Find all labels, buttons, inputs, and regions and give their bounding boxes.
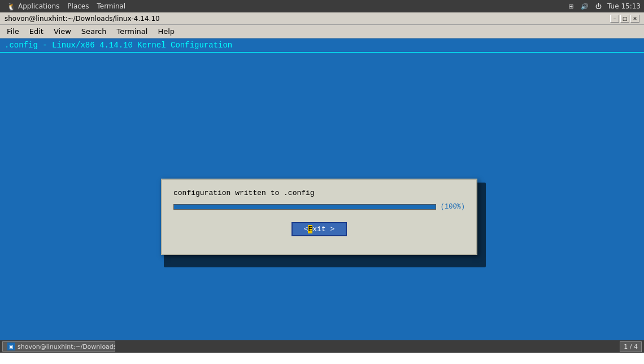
terminal-label: Terminal <box>97 2 125 10</box>
system-bar: 🐧 Applications Places Terminal ⊞ 🔊 ⏻ Tue… <box>0 0 644 12</box>
progress-percent: (100%) <box>441 203 465 211</box>
minimize-button[interactable]: – <box>610 15 619 23</box>
places-menu[interactable]: Places <box>64 0 92 12</box>
terminal-area: .config - Linux/x86 4.14.10 Kernel Confi… <box>0 38 644 353</box>
dialog-box: configuration written to .config (100%) … <box>161 179 477 255</box>
taskbar-item-label: shovon@linuxhint:~/Downloads/linu... <box>18 343 115 350</box>
terminal-title-text: .config - Linux/x86 4.14.10 Kernel Confi… <box>5 41 232 50</box>
menu-terminal[interactable]: Terminal <box>112 26 152 37</box>
close-icon: ✕ <box>633 16 637 21</box>
progress-bar <box>173 204 436 210</box>
system-bar-left: 🐧 Applications Places Terminal <box>3 0 129 12</box>
exit-button-prefix: < <box>304 225 308 233</box>
menu-search[interactable]: Search <box>77 26 111 37</box>
window-title: shovon@linuxhint:~/Downloads/linux-4.14.… <box>5 15 160 23</box>
menu-edit[interactable]: Edit <box>25 26 48 37</box>
system-icon: 🐧 <box>7 2 16 11</box>
taskbar-right: 1 / 4 <box>620 343 642 350</box>
clock: Tue 15:13 <box>607 2 641 10</box>
window-controls: – □ ✕ <box>610 15 639 23</box>
menu-help[interactable]: Help <box>153 26 179 37</box>
taskbar: ▣ shovon@linuxhint:~/Downloads/linu... 1… <box>0 340 644 353</box>
terminal-menu[interactable]: Terminal <box>93 0 129 12</box>
exit-e-letter: E <box>308 225 312 233</box>
volume-icon: 🔊 <box>580 2 589 11</box>
system-bar-right: ⊞ 🔊 ⏻ Tue 15:13 <box>567 2 641 11</box>
page-indicator: 1 / 4 <box>620 341 642 352</box>
dialog-buttons: < Exit > <box>162 222 476 241</box>
progress-bar-fill <box>174 205 436 209</box>
exit-button[interactable]: < Exit > <box>291 222 347 236</box>
maximize-button[interactable]: □ <box>620 15 629 23</box>
menu-view[interactable]: View <box>49 26 76 37</box>
dialog-progress-row: (100%) <box>173 203 465 211</box>
applications-menu[interactable]: 🐧 Applications <box>3 0 63 12</box>
places-label: Places <box>67 2 89 10</box>
maximize-icon: □ <box>623 16 628 21</box>
close-button[interactable]: ✕ <box>630 15 639 23</box>
taskbar-left: ▣ shovon@linuxhint:~/Downloads/linu... <box>2 341 115 352</box>
power-icon: ⏻ <box>594 2 603 11</box>
menu-file[interactable]: File <box>2 26 24 37</box>
dialog-message: configuration written to .config <box>173 189 465 197</box>
terminal-title-line: .config - Linux/x86 4.14.10 Kernel Confi… <box>0 38 644 53</box>
minimize-icon: – <box>613 16 616 21</box>
title-bar: shovon@linuxhint:~/Downloads/linux-4.14.… <box>0 12 644 25</box>
dialog-progress-area: configuration written to .config (100%) <box>162 180 476 222</box>
taskbar-item-icon: ▣ <box>7 343 15 350</box>
exit-button-suffix: xit > <box>312 225 334 233</box>
network-icon: ⊞ <box>567 2 576 11</box>
taskbar-item[interactable]: ▣ shovon@linuxhint:~/Downloads/linu... <box>2 341 115 352</box>
menu-bar: File Edit View Search Terminal Help <box>0 25 644 38</box>
applications-label: Applications <box>18 2 59 10</box>
